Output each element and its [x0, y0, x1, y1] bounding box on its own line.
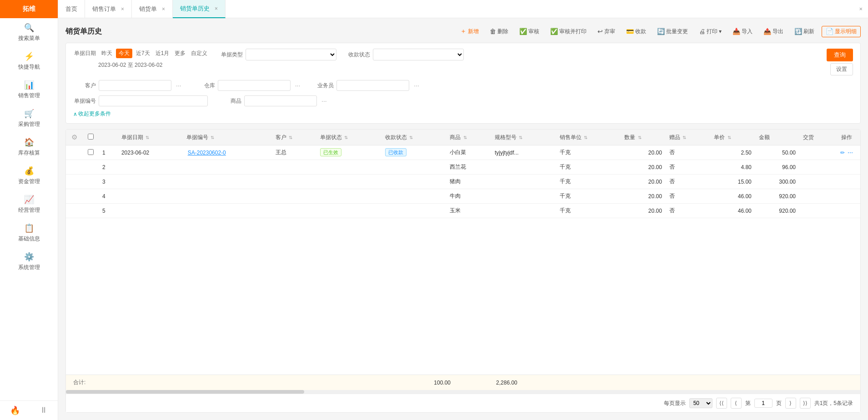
gift-sort-icon: ⇅ [682, 135, 686, 140]
row-trade-3 [799, 189, 833, 204]
row-spec-4 [491, 204, 556, 218]
tab-sales-history[interactable]: 销货单历史 × [173, 0, 226, 18]
query-button[interactable]: 查询 [827, 49, 853, 61]
show-detail-button[interactable]: 📄 显示明细 [822, 26, 861, 37]
row-settings-0 [66, 145, 82, 160]
row-docno-3[interactable] [183, 189, 272, 204]
tab-sales-goods[interactable]: 销货单 × [132, 0, 173, 18]
select-all-checkbox[interactable] [88, 134, 94, 140]
col-unit[interactable]: 销售单位 ⇅ [556, 130, 621, 145]
shortcut-last1m[interactable]: 近1月 [154, 49, 171, 58]
warehouse-picker[interactable]: ··· [295, 82, 301, 89]
import-button[interactable]: 📥 导入 [729, 26, 756, 37]
doc-type-select[interactable] [246, 49, 336, 60]
collapse-filter-button[interactable]: ∧ 收起更多条件 [73, 110, 853, 118]
row-checkbox-4[interactable] [82, 204, 99, 218]
more-link[interactable]: ⋯ [848, 150, 853, 156]
tab-sales-goods-close[interactable]: × [162, 0, 165, 18]
customer-picker[interactable]: ··· [176, 82, 181, 89]
sidebar-item-operations[interactable]: 📈 经营管理 [0, 190, 58, 219]
export-button[interactable]: 📤 导出 [760, 26, 787, 37]
col-docno[interactable]: 单据编号 ⇅ [183, 130, 272, 145]
next-page-button[interactable]: ⟩ [785, 398, 796, 409]
col-price[interactable]: 单价 ⇅ [710, 130, 755, 145]
inventory-icon: 🏠 [24, 137, 34, 147]
row-checkbox-1[interactable] [82, 160, 99, 175]
batch-change-button[interactable]: 🔄 批量变更 [653, 26, 692, 37]
sidebar-item-sales-mgmt[interactable]: 📊 销售管理 [0, 75, 58, 104]
sidebar-item-purchase-mgmt[interactable]: 🛒 采购管理 [0, 104, 58, 133]
filter-settings-button[interactable]: 设置 [830, 63, 853, 75]
row-docno-2[interactable] [183, 175, 272, 189]
col-customer[interactable]: 客户 ⇅ [272, 130, 316, 145]
row-docno-1[interactable] [183, 160, 272, 175]
row-date-0: 2023-06-02 [118, 145, 183, 160]
row-collect-status-2 [381, 175, 447, 189]
business-picker[interactable]: ··· [414, 82, 419, 89]
collect-button[interactable]: 💳 收款 [622, 26, 650, 37]
sidebar-item-search-menu[interactable]: 🔍 搜索菜单 [0, 18, 58, 47]
tab-sales-order-close[interactable]: × [121, 0, 124, 18]
row-docno-4[interactable] [183, 204, 272, 218]
sidebar-item-sys-mgmt[interactable]: ⚙️ 系统管理 [0, 247, 58, 276]
col-spec[interactable]: 规格型号 ⇅ [491, 130, 556, 145]
prev-page-button[interactable]: ⟨ [731, 398, 742, 409]
tab-sales-history-close[interactable]: × [215, 0, 218, 18]
table-settings-icon[interactable]: ⚙ [71, 133, 77, 141]
row-docno-0[interactable]: SA-20230602-0 [183, 145, 272, 160]
goods-picker[interactable]: ··· [321, 97, 327, 105]
row-checkbox-0[interactable] [82, 145, 99, 160]
collect-status-sort-icon: ⇅ [409, 135, 413, 140]
warehouse-input[interactable] [218, 80, 291, 91]
first-page-button[interactable]: ⟨⟨ [716, 398, 727, 409]
summary-label: 合计: [73, 379, 85, 386]
delete-button[interactable]: 🗑 删除 [486, 26, 512, 37]
horizontal-scrollbar[interactable] [66, 390, 860, 394]
doc-type-filter: 单据类型 [220, 49, 336, 60]
table-wrapper[interactable]: ⚙ 单据日期 ⇅ 单据编号 [66, 130, 860, 375]
col-goods[interactable]: 商品 ⇅ [446, 130, 491, 145]
close-all-tabs[interactable]: × [859, 5, 868, 12]
tab-home[interactable]: 首页 [58, 0, 85, 18]
export-icon: 📤 [763, 28, 771, 35]
new-button[interactable]: ＋ 新增 [457, 25, 482, 37]
row-checkbox-2[interactable] [82, 175, 99, 189]
batch-change-icon: 🔄 [657, 28, 665, 35]
row-checkbox-3[interactable] [82, 189, 99, 204]
tab-sales-order[interactable]: 销售订单 × [85, 0, 132, 18]
row-doc-status-3 [316, 189, 381, 204]
row-price-3: 46.00 [710, 189, 755, 204]
row-price-0: 2.50 [710, 145, 755, 160]
col-gift[interactable]: 赠品 ⇅ [666, 130, 710, 145]
sidebar-item-basic-info[interactable]: 📋 基础信息 [0, 219, 58, 247]
shortcut-last7[interactable]: 近7天 [134, 49, 152, 58]
audit-print-button[interactable]: ✅ 审核并打印 [547, 26, 590, 37]
sidebar-item-finance[interactable]: 💰 资金管理 [0, 161, 58, 190]
page-input[interactable] [754, 399, 773, 408]
shortcut-custom[interactable]: 自定义 [189, 49, 209, 58]
shortcut-yesterday[interactable]: 昨天 [100, 49, 114, 58]
col-collect-status[interactable]: 收款状态 ⇅ [381, 130, 447, 145]
audit-button[interactable]: ✅ 审核 [516, 26, 543, 37]
collect-status-select[interactable] [373, 49, 464, 60]
col-date[interactable]: 单据日期 ⇅ [118, 130, 183, 145]
scrollbar-thumb[interactable] [66, 390, 304, 394]
edit-link[interactable]: ✏ [840, 150, 845, 156]
col-qty[interactable]: 数量 ⇅ [621, 130, 665, 145]
refresh-button[interactable]: 🔃 刷新 [791, 26, 818, 37]
shortcut-today[interactable]: 今天 [116, 49, 132, 58]
business-input[interactable] [336, 80, 409, 91]
sidebar-item-quick-nav[interactable]: ⚡ 快捷导航 [0, 47, 58, 75]
abandon-button[interactable]: ↩ 弃审 [594, 26, 619, 37]
shortcut-more[interactable]: 更多 [173, 49, 187, 58]
sidebar-item-inventory[interactable]: 🏠 库存核算 [0, 133, 58, 161]
col-doc-status[interactable]: 单据状态 ⇅ [316, 130, 381, 145]
fire-icon[interactable]: 🔥 [10, 405, 20, 415]
docno-input[interactable] [99, 95, 208, 106]
customer-input[interactable] [99, 80, 171, 91]
page-size-select[interactable]: 50 20 100 [689, 398, 712, 408]
goods-input[interactable] [244, 95, 317, 106]
last-page-button[interactable]: ⟩⟩ [800, 398, 811, 409]
print-button[interactable]: 🖨 打印 ▾ [695, 26, 725, 37]
pause-icon[interactable]: ⏸ [40, 405, 48, 415]
